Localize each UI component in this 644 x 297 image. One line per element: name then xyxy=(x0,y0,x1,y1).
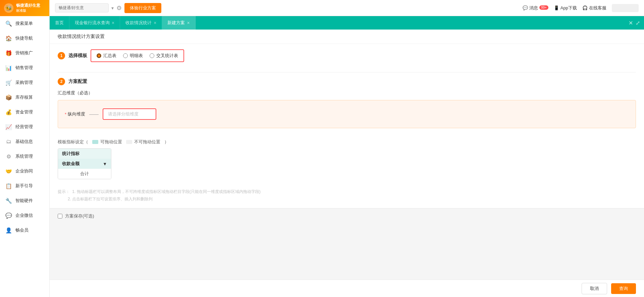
sales-icon: 📊 xyxy=(5,65,12,71)
breadcrumb-dropdown-icon[interactable]: ▾ xyxy=(111,5,114,11)
hint-text-2: 2. 点击标题栏下拉可设置排序、插入列和删除列 xyxy=(58,196,636,203)
page-title-text: 收款情况统计方案设置 xyxy=(58,34,105,39)
sidebar-item-cooperation[interactable]: 🤝 企业协同 xyxy=(0,164,49,179)
download-area[interactable]: 📱 App下载 xyxy=(554,5,577,11)
hint-text-1: 提示： 1. 拖动标题栏可以调整布局，不可跨维度或指标区域拖动栏目字段(只能在同… xyxy=(58,188,636,196)
tab-new-scheme-close[interactable]: × xyxy=(187,20,190,25)
sidebar-item-label-hardware: 智能硬件 xyxy=(15,198,33,204)
sidebar-item-label-wechat: 企业微信 xyxy=(15,212,33,218)
radio-cross[interactable]: 交叉统计表 xyxy=(150,53,178,59)
folder-icon: 🗂 xyxy=(5,139,12,145)
download-icon: 📱 xyxy=(554,5,559,10)
required-mark: * xyxy=(65,112,66,117)
dimension-arrow: —— xyxy=(89,111,99,117)
sidebar-item-operation[interactable]: 📈 经营管理 xyxy=(0,119,49,134)
sidebar-item-label-search-menu: 搜索菜单 xyxy=(15,20,33,27)
dimension-select[interactable]: 请选择分组维度 xyxy=(103,108,156,120)
sidebar-item-hardware[interactable]: 🔧 智能硬件 xyxy=(0,193,49,208)
finance-icon: 💰 xyxy=(5,109,12,115)
notification-area[interactable]: 💬 消息 99+ xyxy=(523,5,548,11)
indicator-section: 模板指标设定（ 可拖动位置 不可拖动位置 ） 统计指标 xyxy=(50,139,644,186)
dimension-area: * 纵向维度 —— 请选择分组维度 xyxy=(58,100,636,128)
tab-bar: 首页 现金银行流水查询 × 收款情况统计 × 新建方案 × ✕ ⤢ xyxy=(50,16,644,30)
sidebar-item-sales[interactable]: 📊 销售管理 xyxy=(0,60,49,75)
sidebar-item-quick-nav[interactable]: 🏠 快捷导航 xyxy=(0,31,49,46)
dimension-section-title: 汇总维度（必选） xyxy=(58,90,636,96)
sidebar-item-member[interactable]: 👤 畅会员 xyxy=(0,223,49,238)
sidebar-item-system[interactable]: ⚙ 系统管理 xyxy=(0,149,49,164)
dropdown-icon[interactable]: ▼ xyxy=(103,161,107,166)
radio-summary[interactable]: 汇总表 xyxy=(97,53,116,59)
top-header: 畅捷通/好生意 ▾ ⚙ 体验行业方案 💬 消息 99+ 📱 App下载 🎧 在线… xyxy=(50,0,644,16)
tab-receipt-stat[interactable]: 收款情况统计 × xyxy=(120,16,162,30)
scheme-save-checkbox[interactable] xyxy=(58,214,62,218)
radio-summary-input[interactable] xyxy=(97,53,101,58)
support-icon: 🎧 xyxy=(582,5,588,10)
member-icon: 👤 xyxy=(5,227,12,234)
hint-section: 提示： 1. 拖动标题栏可以调整布局，不可跨维度或指标区域拖动栏目字段(只能在同… xyxy=(50,186,644,208)
support-area[interactable]: 🎧 在线客服 xyxy=(582,5,606,11)
scheme-save-section: 方案保存(可选) xyxy=(50,208,644,224)
sidebar-item-marketing[interactable]: 🎁 营销推广 xyxy=(0,46,49,60)
amount-label: 收款金额 xyxy=(62,161,79,167)
scheme-save-label: 方案保存(可选) xyxy=(65,213,94,219)
sidebar-item-label-cooperation: 企业协同 xyxy=(15,168,33,174)
sidebar-item-label-sales: 销售管理 xyxy=(15,65,33,71)
draggable-legend-box xyxy=(92,140,98,144)
home-icon: 🏠 xyxy=(5,35,12,42)
download-label: App下载 xyxy=(560,5,577,11)
wechat-icon: 💬 xyxy=(5,212,12,219)
sidebar-item-inventory[interactable]: 📦 库存核算 xyxy=(0,90,49,105)
user-avatar[interactable] xyxy=(612,4,639,12)
tab-bank-flow[interactable]: 现金银行流水查询 × xyxy=(69,16,120,30)
radio-cross-input[interactable] xyxy=(150,53,154,58)
content-inner: 收款情况统计方案设置 1 选择模板 汇总表 xyxy=(50,30,644,208)
step2-title: 方案配置 xyxy=(68,79,87,85)
main-area: 畅捷通/好生意 ▾ ⚙ 体验行业方案 💬 消息 99+ 📱 App下载 🎧 在线… xyxy=(50,0,644,297)
sidebar-item-label-quick-nav: 快捷导航 xyxy=(15,35,33,41)
draggable-legend: 可拖动位置 xyxy=(92,139,122,145)
tab-receipt-stat-close[interactable]: × xyxy=(154,20,156,25)
amount-row[interactable]: 收款金额 ▼ xyxy=(58,159,111,169)
query-button[interactable]: 查询 xyxy=(611,283,636,294)
stat-table: 统计指标 收款金额 ▼ 合计 xyxy=(58,148,111,179)
step2-section: 2 方案配置 汇总维度（必选） * 纵向维度 —— 请选择分组维度 xyxy=(50,72,644,139)
radio-detail[interactable]: 明细表 xyxy=(123,53,143,59)
indicator-label-row: 模板指标设定（ 可拖动位置 不可拖动位置 ） xyxy=(58,139,636,145)
sidebar-item-label-member: 畅会员 xyxy=(15,227,29,233)
tab-close-action[interactable]: ✕ xyxy=(629,20,633,26)
settings-icon[interactable]: ⚙ xyxy=(116,4,122,12)
notification-badge: 99+ xyxy=(539,5,548,10)
tab-home[interactable]: 首页 xyxy=(50,16,69,30)
sidebar-item-label-inventory: 库存核算 xyxy=(15,94,33,100)
cancel-button[interactable]: 取消 xyxy=(582,283,607,294)
tab-new-scheme[interactable]: 新建方案 × xyxy=(162,16,195,30)
hint-2: 2. 点击标题栏下拉可设置排序、插入列和删除列 xyxy=(68,197,153,201)
breadcrumb-area: 畅捷通/好生意 ▾ ⚙ 体验行业方案 xyxy=(55,3,519,13)
sidebar-item-finance[interactable]: 💰 资金管理 xyxy=(0,105,49,119)
trial-button[interactable]: 体验行业方案 xyxy=(124,3,161,13)
sidebar-item-guide[interactable]: 📋 新手引导 xyxy=(0,179,49,193)
tab-new-scheme-label: 新建方案 xyxy=(167,20,185,26)
sidebar-item-search-menu[interactable]: 🔍 搜索菜单 xyxy=(0,16,49,31)
tab-home-label: 首页 xyxy=(55,20,64,26)
sidebar-item-label-system: 系统管理 xyxy=(15,153,33,159)
sidebar: 🐝 畅捷通好生意 标准版 🔍 搜索菜单 🏠 快捷导航 🎁 营销推广 📊 销售管理… xyxy=(0,0,50,297)
stat-table-header-inner: 统计指标 xyxy=(62,151,107,157)
sidebar-logo: 🐝 畅捷通好生意 标准版 xyxy=(0,0,49,16)
radio-detail-input[interactable] xyxy=(123,53,128,58)
tab-expand-action[interactable]: ⤢ xyxy=(636,20,640,26)
sidebar-item-basic[interactable]: 🗂 基础信息 xyxy=(0,134,49,149)
non-draggable-legend-box xyxy=(126,140,132,144)
logo-edition: 标准版 xyxy=(16,8,40,13)
dimension-row: * 纵向维度 —— 请选择分组维度 xyxy=(65,108,629,120)
radio-summary-label: 汇总表 xyxy=(103,53,116,59)
sidebar-item-purchase[interactable]: 🛒 采购管理 xyxy=(0,75,49,90)
tab-bank-flow-close[interactable]: × xyxy=(112,20,114,25)
hint-1: 1. 拖动标题栏可以调整布局，不可跨维度或指标区域拖动栏目字段(只能在同一维度或… xyxy=(72,189,260,194)
guide-icon: 📋 xyxy=(5,183,12,189)
step1-header: 1 选择模板 汇总表 明细表 xyxy=(58,49,636,62)
dimension-title-text: 汇总维度（必选） xyxy=(58,90,93,95)
sidebar-item-wechat[interactable]: 💬 企业微信 xyxy=(0,208,49,223)
box-icon: 📦 xyxy=(5,94,12,101)
